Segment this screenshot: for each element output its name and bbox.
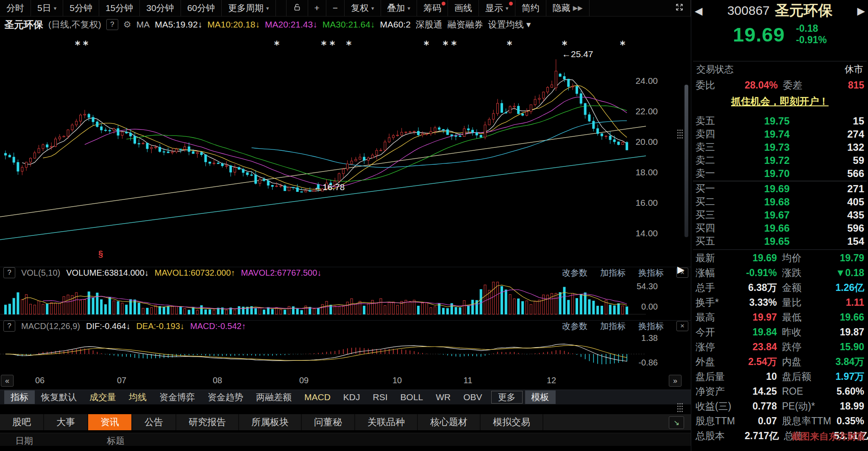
volume-chart[interactable] — [0, 279, 691, 317]
drag-grip[interactable] — [677, 130, 683, 139]
tab-wr[interactable]: WR — [429, 390, 457, 404]
stat-value: 19.79 — [832, 252, 864, 264]
tab-ask-secretary[interactable]: 问董秘 — [302, 414, 355, 430]
stat-label: 量比 — [782, 296, 832, 309]
tab-indicator[interactable]: 指标 — [4, 390, 35, 404]
bid-row[interactable]: 买二19.68405 — [691, 195, 868, 208]
tab-capital-trend[interactable]: 资金趋势 — [201, 390, 250, 404]
help-icon[interactable]: ? — [106, 19, 118, 30]
period-label: 分时 — [6, 2, 24, 14]
tab-restore-default[interactable]: 恢复默认 — [35, 390, 83, 404]
tab-research-reports[interactable]: 研究报告 — [176, 414, 239, 430]
overlay-button[interactable]: 叠加▾ — [381, 0, 417, 16]
period-minute-button[interactable]: 分时 — [0, 0, 31, 16]
period-15min-button[interactable]: 15分钟 — [99, 0, 140, 16]
tab-stock-forum[interactable]: 股吧 — [0, 414, 44, 430]
adjust-price-button[interactable]: 复权▾ — [345, 0, 381, 16]
tab-boll[interactable]: BOLL — [394, 390, 430, 404]
tab-ma[interactable]: 均线 — [122, 390, 153, 404]
ask-row[interactable]: 卖五19.7515 — [691, 114, 868, 127]
tab-macd[interactable]: MACD — [298, 390, 337, 404]
scroll-right-button[interactable]: » — [669, 375, 682, 387]
add-indicator-button[interactable]: 加指标 — [600, 267, 626, 279]
bid-row[interactable]: 买四19.66596 — [691, 221, 868, 235]
more-periods-button[interactable]: 更多周期▾ — [222, 0, 276, 16]
next-stock-arrow[interactable]: ▶ — [857, 5, 865, 17]
simple-mode-button[interactable]: 简约 — [515, 0, 546, 16]
stat-label: 总股本 — [696, 429, 745, 443]
ask-row[interactable]: 卖二19.7259 — [691, 154, 868, 167]
period-60min-button[interactable]: 60分钟 — [181, 0, 222, 16]
stat-label: 最新 — [696, 252, 745, 265]
ask-row[interactable]: 卖一19.70566 — [691, 167, 868, 180]
unlock-button[interactable] — [286, 0, 308, 16]
bid-price: 19.68 — [733, 196, 790, 208]
help-icon[interactable]: ? — [3, 321, 15, 332]
margin-trading-link[interactable]: 融资融券 — [448, 19, 483, 30]
ask-row[interactable]: 卖三19.73132 — [691, 141, 868, 154]
gear-icon[interactable]: ⚙ — [123, 19, 131, 30]
stat-value: 19.87 — [832, 326, 864, 338]
tab-sector[interactable]: 所属板块 — [239, 414, 302, 430]
tab-more[interactable]: 更多 — [491, 391, 523, 404]
tab-obv[interactable]: OBV — [457, 390, 488, 404]
tab-kdj[interactable]: KDJ — [337, 390, 367, 404]
zoom-in-button[interactable]: + — [308, 0, 326, 16]
help-icon[interactable]: ? — [3, 267, 15, 278]
macd-chart[interactable] — [0, 332, 691, 371]
fullscreen-button[interactable] — [668, 0, 691, 16]
prev-stock-arrow[interactable]: ◀ — [695, 5, 702, 17]
period-30min-button[interactable]: 30分钟 — [140, 0, 181, 16]
candlestick-chart[interactable]: ************ — [0, 33, 691, 267]
chip-distribution-button[interactable]: 筹码 — [417, 0, 448, 16]
period-5day-button[interactable]: 5日▾ — [31, 0, 63, 16]
up-arrow-icon: ↑ — [242, 321, 246, 331]
status-value: 休市 — [845, 63, 863, 76]
switch-indicator-button[interactable]: 换指标 — [638, 267, 664, 279]
stat-value: 23.84 — [745, 341, 777, 353]
stat-label: 外盘 — [696, 355, 745, 368]
tab-major-events[interactable]: 大事 — [44, 414, 88, 430]
stat-label: 盘后量 — [696, 370, 745, 383]
tab-capital-game[interactable]: 资金博弈 — [153, 390, 201, 404]
change-params-button[interactable]: 改参数 — [562, 267, 587, 279]
level-label: 卖五 — [696, 114, 733, 127]
shenzhen-connect-link[interactable]: 深股通 — [416, 19, 442, 30]
change-params-button[interactable]: 改参数 — [562, 321, 587, 332]
tab-template[interactable]: 模板 — [525, 390, 556, 404]
tab-volume[interactable]: 成交量 — [83, 390, 122, 404]
ask-row[interactable]: 卖四19.74274 — [691, 127, 868, 141]
stat-label: 委比 — [696, 79, 745, 92]
display-button[interactable]: 显示▾ — [479, 0, 515, 16]
add-indicator-button[interactable]: 加指标 — [600, 321, 626, 332]
bid-row[interactable]: 买三19.67435 — [691, 208, 868, 221]
bid-row[interactable]: 买五19.65154 — [691, 235, 868, 248]
level-label: 卖一 — [696, 167, 733, 180]
bid-row[interactable]: 买一19.69271 — [691, 182, 868, 195]
vertical-scrollbar[interactable] — [684, 85, 688, 237]
left-arrow-icon: ← — [314, 182, 323, 192]
stat-label: 总手 — [696, 281, 745, 294]
scroll-left-button[interactable]: « — [1, 375, 14, 387]
period-5min-button[interactable]: 5分钟 — [63, 0, 99, 16]
tab-rsi[interactable]: RSI — [367, 390, 394, 404]
switch-indicator-button[interactable]: 换指标 — [638, 321, 664, 332]
tab-core-themes[interactable]: 核心题材 — [418, 414, 481, 430]
ma-settings-link[interactable]: 设置均线 ▾ — [488, 19, 531, 30]
zoom-out-button[interactable]: − — [326, 0, 345, 16]
mavol2-value: MAVOL2:67767.500↓ — [241, 268, 322, 278]
expand-corner-icon[interactable]: ↘ — [669, 416, 684, 429]
tab-announcements[interactable]: 公告 — [132, 414, 176, 430]
hide-panel-button[interactable]: 隐藏▶▶ — [546, 0, 590, 16]
draw-line-button[interactable]: 画线 — [448, 0, 479, 16]
tab-news[interactable]: 资讯 — [88, 414, 132, 430]
close-icon[interactable]: × — [676, 321, 688, 331]
tab-margin-balance[interactable]: 两融差额 — [250, 390, 298, 404]
tab-simulated-trading[interactable]: 模拟交易 — [481, 414, 543, 430]
expand-panel-arrow[interactable]: ▶ — [677, 264, 684, 275]
tab-related-products[interactable]: 关联品种 — [355, 414, 418, 430]
stat-row: 最新19.69均价19.79 — [691, 251, 868, 266]
open-account-ad-link[interactable]: 抓住机会，即刻开户！ — [691, 95, 868, 108]
drag-grip[interactable] — [677, 403, 683, 412]
stat-row: 净资产14.25ROE5.60% — [691, 384, 868, 399]
